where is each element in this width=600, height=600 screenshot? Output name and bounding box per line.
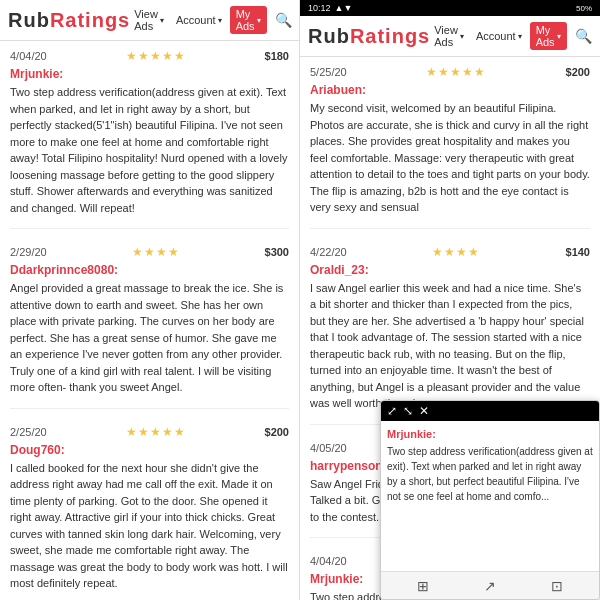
account-btn-left[interactable]: Account ▾ xyxy=(172,12,226,28)
my-ads-btn-left[interactable]: My Ads ▾ xyxy=(230,6,267,34)
left-review-1-meta: 4/04/20 ★★★★★ $180 xyxy=(10,49,289,63)
popup-review-text: Two step address verification(address gi… xyxy=(387,444,593,504)
right-review-4-date: 4/04/20 xyxy=(310,555,347,567)
popup-overlay: ⤢ ⤡ ✕ Mrjunkie: Two step address verific… xyxy=(380,400,600,600)
left-nav: View Ads ▾ Account ▾ My Ads ▾ 🔍 xyxy=(130,6,295,34)
left-review-3-text: I called booked for the next hour she di… xyxy=(10,460,289,592)
left-review-1-date: 4/04/20 xyxy=(10,50,47,62)
account-arrow-left: ▾ xyxy=(218,16,222,25)
left-reviews-container[interactable]: 4/04/20 ★★★★★ $180 Mrjunkie: Two step ad… xyxy=(0,41,299,600)
status-left: 10:12 ▲▼ xyxy=(308,3,352,13)
left-review-1: 4/04/20 ★★★★★ $180 Mrjunkie: Two step ad… xyxy=(10,49,289,229)
share-icon-2[interactable]: ↗ xyxy=(484,578,496,594)
search-btn-left[interactable]: 🔍 xyxy=(271,10,296,30)
view-ads-btn-left[interactable]: View Ads ▾ xyxy=(130,6,168,34)
right-review-2-stars: ★★★★ xyxy=(432,245,480,259)
left-review-1-stars: ★★★★★ xyxy=(126,49,186,63)
share-bar: ⊞ ↗ ⊡ xyxy=(381,571,599,599)
popup-header: ⤢ ⤡ ✕ xyxy=(381,401,599,421)
status-bar: 10:12 ▲▼ 50% xyxy=(300,0,600,16)
left-review-2-text: Angel provided a great massage to break … xyxy=(10,280,289,396)
right-header: RubRatings View Ads ▾ Account ▾ My Ads ▾… xyxy=(300,16,600,57)
status-right: 50% xyxy=(576,4,592,13)
left-review-3-price: $200 xyxy=(265,426,289,438)
left-review-3: 2/25/20 ★★★★★ $200 Doug760: I called boo… xyxy=(10,425,289,601)
left-review-1-name[interactable]: Mrjunkie: xyxy=(10,67,289,81)
right-review-1-price: $200 xyxy=(566,66,590,78)
left-review-2-price: $300 xyxy=(265,246,289,258)
my-ads-arrow-left: ▾ xyxy=(257,16,261,25)
share-icon-3[interactable]: ⊡ xyxy=(551,578,563,594)
right-review-2-price: $140 xyxy=(566,246,590,258)
right-review-1-meta: 5/25/20 ★★★★★ $200 xyxy=(310,65,590,79)
account-btn-right[interactable]: Account ▾ xyxy=(472,28,526,44)
status-time: 10:12 xyxy=(308,3,331,13)
left-review-3-name[interactable]: Doug760: xyxy=(10,443,289,457)
status-battery: 50% xyxy=(576,4,592,13)
share-icon-1[interactable]: ⊞ xyxy=(417,578,429,594)
right-logo: RubRatings xyxy=(308,25,430,48)
right-review-1-name[interactable]: Ariabuen: xyxy=(310,83,590,97)
left-review-2-name[interactable]: Ddarkprinnce8080: xyxy=(10,263,289,277)
popup-content: Mrjunkie: Two step address verification(… xyxy=(381,421,599,595)
left-review-3-date: 2/25/20 xyxy=(10,426,47,438)
left-review-1-price: $180 xyxy=(265,50,289,62)
account-arrow-right: ▾ xyxy=(518,32,522,41)
left-review-2-meta: 2/29/20 ★★★★ $300 xyxy=(10,245,289,259)
my-ads-arrow-right: ▾ xyxy=(557,32,561,41)
right-review-2-text: I saw Angel earlier this week and had a … xyxy=(310,280,590,412)
right-review-3-date: 4/05/20 xyxy=(310,442,347,454)
left-header: RubRatings View Ads ▾ Account ▾ My Ads ▾… xyxy=(0,0,299,41)
search-btn-right[interactable]: 🔍 xyxy=(571,26,596,46)
right-review-1-stars: ★★★★★ xyxy=(426,65,486,79)
right-review-1: 5/25/20 ★★★★★ $200 Ariabuen: My second v… xyxy=(310,65,590,229)
left-review-2: 2/29/20 ★★★★ $300 Ddarkprinnce8080: Ange… xyxy=(10,245,289,409)
right-review-2-date: 4/22/20 xyxy=(310,246,347,258)
my-ads-btn-right[interactable]: My Ads ▾ xyxy=(530,22,567,50)
right-review-2: 4/22/20 ★★★★ $140 Oraldi_23: I saw Angel… xyxy=(310,245,590,425)
popup-compress-icon[interactable]: ⤡ xyxy=(403,404,413,418)
popup-expand-icon[interactable]: ⤢ xyxy=(387,404,397,418)
right-review-2-name[interactable]: Oraldi_23: xyxy=(310,263,590,277)
left-panel: RubRatings View Ads ▾ Account ▾ My Ads ▾… xyxy=(0,0,300,600)
status-signal: ▲▼ xyxy=(335,3,353,13)
right-review-2-meta: 4/22/20 ★★★★ $140 xyxy=(310,245,590,259)
popup-close-icon[interactable]: ✕ xyxy=(419,404,429,418)
left-review-3-stars: ★★★★★ xyxy=(126,425,186,439)
popup-controls: ⤢ ⤡ ✕ xyxy=(387,404,429,418)
view-ads-arrow-right: ▾ xyxy=(460,32,464,41)
right-review-1-text: My second visit, welcomed by an beautifu… xyxy=(310,100,590,216)
left-review-2-date: 2/29/20 xyxy=(10,246,47,258)
view-ads-arrow-left: ▾ xyxy=(160,16,164,25)
left-logo: RubRatings xyxy=(8,9,130,32)
right-panel: 10:12 ▲▼ 50% RubRatings View Ads ▾ Accou… xyxy=(300,0,600,600)
left-review-2-stars: ★★★★ xyxy=(132,245,180,259)
popup-reviewer-name: Mrjunkie: xyxy=(387,427,593,442)
left-review-3-meta: 2/25/20 ★★★★★ $200 xyxy=(10,425,289,439)
view-ads-btn-right[interactable]: View Ads ▾ xyxy=(430,22,468,50)
left-review-1-text: Two step address verification(address gi… xyxy=(10,84,289,216)
right-review-1-date: 5/25/20 xyxy=(310,66,347,78)
right-nav: View Ads ▾ Account ▾ My Ads ▾ 🔍 xyxy=(430,22,595,50)
